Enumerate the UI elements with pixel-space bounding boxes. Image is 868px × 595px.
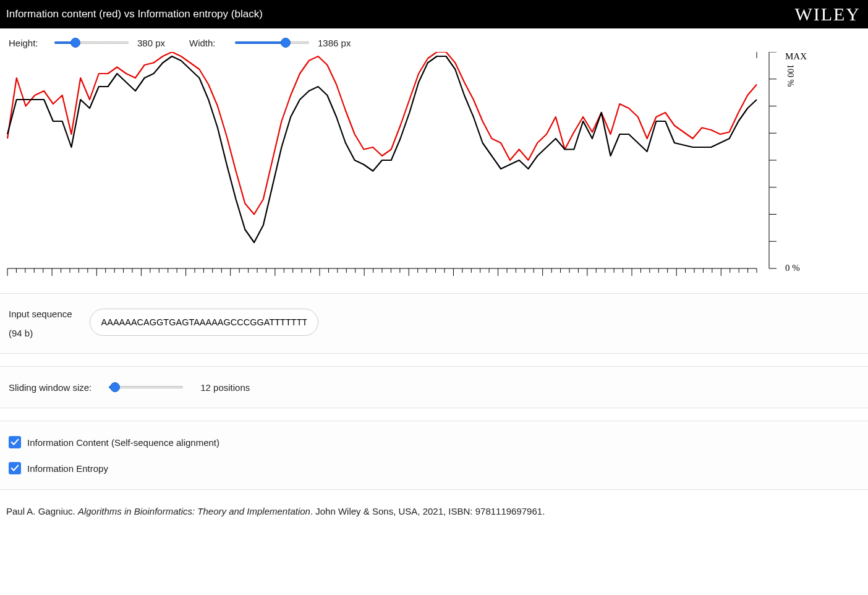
checkbox-ic-label: Information Content (Self-sequence align… [27, 437, 219, 448]
chart-area: MAX0 %100 % [0, 52, 868, 281]
window-label: Sliding window size: [9, 382, 91, 393]
check-icon [11, 438, 19, 447]
height-slider[interactable] [54, 37, 129, 48]
window-panel: Sliding window size: 12 positions [0, 366, 868, 408]
checkbox-ie-label: Information Entropy [27, 463, 108, 474]
input-meta: Input sequence (94 b) [9, 309, 72, 338]
size-controls: Height: 380 px Width: 1386 px [0, 28, 868, 52]
footer-author: Paul A. Gagniuc. [6, 506, 78, 516]
input-panel: Input sequence (94 b) [0, 293, 868, 354]
checkbox-ie[interactable] [9, 462, 21, 474]
input-length: (94 b) [9, 328, 72, 338]
width-slider[interactable] [235, 37, 309, 48]
svg-text:0 %: 0 % [785, 263, 800, 273]
sequence-input[interactable] [90, 309, 318, 336]
width-label: Width: [189, 38, 226, 48]
height-label: Height: [9, 38, 46, 48]
window-value: 12 positions [200, 382, 250, 393]
height-value: 380 px [137, 38, 181, 48]
footer-book: Algorithms in Bioinformatics: Theory and… [78, 506, 310, 516]
svg-text:100 %: 100 % [786, 64, 795, 87]
svg-text:MAX: MAX [785, 52, 807, 61]
brand-logo: WILEY [794, 4, 861, 25]
checkbox-ic-row: Information Content (Self-sequence align… [9, 436, 859, 448]
chart-svg: MAX0 %100 % [5, 52, 868, 281]
input-label: Input sequence [9, 309, 72, 319]
checkbox-panel: Information Content (Self-sequence align… [0, 421, 868, 490]
width-value: 1386 px [318, 38, 361, 48]
window-slider[interactable] [109, 382, 183, 393]
header-bar: Information content (red) vs Information… [0, 0, 868, 28]
checkbox-ic[interactable] [9, 436, 21, 448]
footer-tail: . John Wiley & Sons, USA, 2021, ISBN: 97… [310, 506, 545, 516]
page-title: Information content (red) vs Information… [6, 8, 263, 20]
footer-citation: Paul A. Gagniuc. Algorithms in Bioinform… [0, 490, 868, 554]
check-icon [11, 464, 19, 473]
checkbox-ie-row: Information Entropy [9, 462, 859, 474]
